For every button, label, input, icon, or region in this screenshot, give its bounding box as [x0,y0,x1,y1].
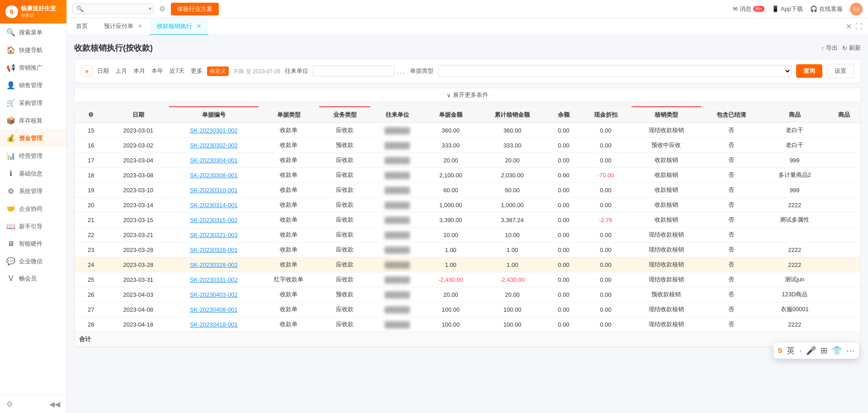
date-opt-custom[interactable]: 自定义 [207,66,229,76]
sidebar-icon-system: ⚙ [6,187,15,195]
unit-filter-input[interactable] [313,66,394,76]
sidebar-item-member[interactable]: V畅会员 [0,270,66,287]
sidebar-item-operations[interactable]: 📊经营管理 [0,147,66,165]
td-include_settled: 否 [701,153,762,168]
unit-more-icon[interactable]: ... [396,66,406,76]
date-opt-7days[interactable]: 近7天 [168,66,186,76]
td-verify_type: 收款核销 [632,183,701,198]
topbar-search-input[interactable] [86,6,145,12]
sidebar-item-basics[interactable]: ℹ基础信息 [0,165,66,182]
ft-icon-2[interactable]: · [799,346,802,356]
sidebar-icon-basics: ℹ [6,169,15,178]
export-button[interactable]: ↑ 导出 [821,44,838,52]
td-bill_no[interactable]: SK-20230331-002 [169,272,259,287]
td-bill_no[interactable]: SK-20230321-003 [169,228,259,242]
sidebar-label-search: 搜索菜单 [19,28,42,37]
td-bill_no[interactable]: SK-20230328-001 [169,242,259,257]
td-goods: 2222 [762,317,827,332]
sidebar-item-inventory[interactable]: 📦库存核算 [0,112,66,129]
table-wrap: ⚙日期单据编号单据类型业务类型往来单位单据金额累计核销金额余额现金折扣核销类型包… [74,106,861,347]
sidebar-item-hardware[interactable]: 🖥智能硬件 [0,235,66,252]
td-bill_no[interactable]: SK-20230328-002 [169,257,259,272]
filter-setting-button[interactable]: 设置 [827,64,854,78]
th-include_settled: 包含已结清 [701,107,762,123]
td-partner: ██████ [370,168,424,183]
td-partner: ██████ [370,242,424,257]
sidebar-item-search[interactable]: 🔍搜索菜单 [0,24,66,41]
td-bill_no[interactable]: SK-20230302-002 [169,138,259,153]
sidebar-item-wechat[interactable]: 💬企业微信 [0,252,66,270]
td-bill_no[interactable]: SK-20230408-001 [169,302,259,317]
td-bill_no[interactable]: SK-20230308-001 [169,168,259,183]
table-row: 192023-03-10SK-20230310-001收款单应收款██████6… [75,183,860,198]
expand-more-bar[interactable]: ∨ 展开更多条件 [74,88,861,102]
td-bill_no[interactable]: SK-20230314-001 [169,198,259,213]
tab-prepay[interactable]: 预计应付单 ✕ [97,18,150,35]
td-balance: 0.00 [547,242,580,257]
ft-shirt-icon[interactable]: 👕 [832,346,842,356]
td-goods2 [827,287,860,302]
td-partner: ██████ [370,287,424,302]
tabbar-expand-icon[interactable]: ⛶ [855,23,863,31]
date-opt-thisyear[interactable]: 本年 [150,66,165,76]
topbar-settings-icon[interactable]: ⚙ [159,5,165,13]
tab-collection[interactable]: 收款核销执行 ✕ [150,18,208,35]
td-bill_no[interactable]: SK-20230301-002 [169,123,259,138]
td-balance: 0.00 [547,257,580,272]
sidebar-item-finance[interactable]: 💰资金管理 [0,129,66,147]
ft-mic-icon[interactable]: 🎤 [806,346,816,356]
collection-tab-close[interactable]: ✕ [197,23,201,29]
industry-solution-button[interactable]: 体验行业方案 [171,3,219,15]
sidebar-item-enterprise[interactable]: 🤝企业协同 [0,200,66,218]
td-discount: 0.00 [580,242,632,257]
online-service-button[interactable]: 🎧 在线客服 [810,5,843,13]
td-amount: 60.00 [424,183,477,198]
sidebar-icon-sales: 👤 [6,81,15,90]
date-opt-thismonth[interactable]: 本月 [132,66,147,76]
sidebar-label-system: 系统管理 [19,187,42,195]
tab-home[interactable]: 首页 [67,18,97,35]
settings-icon[interactable]: ⚙ [6,400,13,408]
collapse-sidebar-icon[interactable]: ◀◀ [49,400,60,408]
td-goods: 2222 [762,242,827,257]
sidebar-item-sales[interactable]: 👤销售管理 [0,76,66,94]
td-bill_no[interactable]: SK-20230315-002 [169,213,259,228]
td-biz_type: 应收款 [319,198,371,213]
ft-icon-1[interactable]: 英 [787,345,795,356]
sidebar-item-system[interactable]: ⚙系统管理 [0,182,66,200]
td-total-4 [319,332,371,347]
sidebar-item-quicknav[interactable]: 🏠快捷导航 [0,41,66,59]
td-bill_no[interactable]: SK-20230403-002 [169,287,259,302]
td-date: 2023-03-04 [108,153,169,168]
td-bill_no[interactable]: SK-20230304-001 [169,153,259,168]
table-row: 282023-04-18SK-20230418-001收款单应收款██████1… [75,317,860,332]
refresh-label: 刷新 [849,44,861,52]
prepay-tab-close[interactable]: ✕ [138,23,142,29]
td-include_settled: 否 [701,242,762,257]
type-filter-select[interactable] [438,65,792,77]
sidebar-label-finance: 资金管理 [19,134,42,142]
user-avatar[interactable]: Rit [850,3,863,15]
date-opt-lastmonth[interactable]: 上月 [113,66,129,76]
tabbar-close-icon[interactable]: ✕ [846,22,852,31]
sidebar-item-guide[interactable]: 📖新手引导 [0,218,66,235]
sidebar-icon-purchase: 🛒 [6,99,15,107]
filter-collapse-button[interactable]: » [81,65,93,77]
sidebar-item-purchase[interactable]: 🛒采购管理 [0,94,66,112]
td-verify_type: 收款核销 [632,213,701,228]
date-opt-more[interactable]: 更多 [189,66,204,76]
messages-button[interactable]: ✉ 消息 99+ [733,5,764,13]
query-button[interactable]: 查询 [796,64,822,78]
ft-more-icon[interactable]: ⋯ [846,346,854,356]
td-date: 2023-04-08 [108,302,169,317]
td-no: 25 [75,272,108,287]
sidebar-item-marketing[interactable]: 📢营销推广 [0,59,66,76]
ft-grid-icon[interactable]: ⊞ [821,346,827,356]
td-bill_no[interactable]: SK-20230310-001 [169,183,259,198]
app-download-button[interactable]: 📱 App下载 [772,5,803,13]
refresh-button[interactable]: ↻ 刷新 [842,44,861,52]
td-partner: ██████ [370,123,424,138]
message-label: 消息 [740,5,751,13]
th-bill_no: 单据编号 [169,107,259,123]
td-bill_no[interactable]: SK-20230418-001 [169,317,259,332]
